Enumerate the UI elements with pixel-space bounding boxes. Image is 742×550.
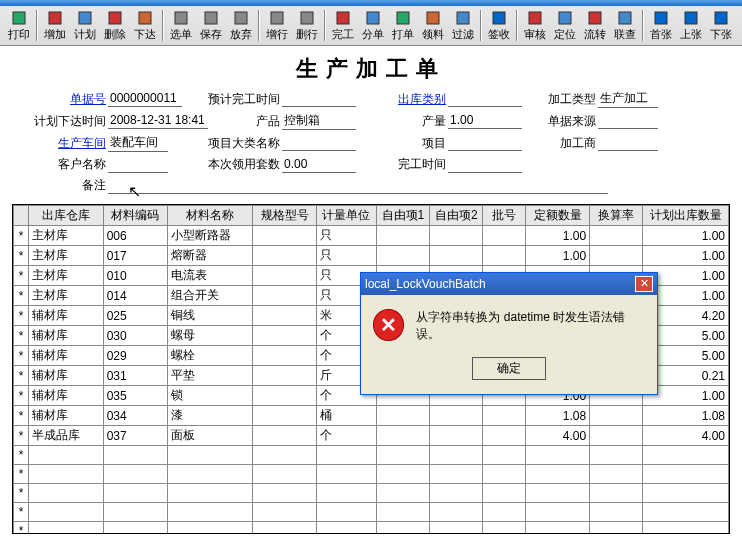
svg-rect-22	[715, 12, 727, 24]
toolbar-完工[interactable]: 完工	[328, 8, 358, 43]
close-icon[interactable]: ✕	[635, 276, 653, 292]
doc-title: 生产加工单	[30, 54, 712, 84]
field-bz[interactable]	[108, 178, 608, 194]
col-header[interactable]: 计划出库数量	[643, 206, 729, 226]
toolbar-增加[interactable]: 增加	[40, 8, 70, 43]
toolbar-分单[interactable]: 分单	[358, 8, 388, 43]
svg-rect-20	[655, 12, 667, 24]
toolbar-联查[interactable]: 联查	[610, 8, 640, 43]
table-row[interactable]: *	[14, 446, 729, 465]
svg-rect-1	[49, 12, 61, 24]
svg-rect-9	[301, 12, 313, 24]
label-cl: 产量	[368, 113, 448, 130]
field-jhxd[interactable]: 2008-12-31 18:41	[108, 113, 208, 129]
col-header[interactable]: 换算率	[590, 206, 643, 226]
dialog-message: 从字符串转换为 datetime 时发生语法错误。	[416, 309, 645, 343]
toolbar-下达[interactable]: 下达	[130, 8, 160, 43]
table-row[interactable]: *主材库017熔断器只1.001.00	[14, 246, 729, 266]
field-xmdl[interactable]	[282, 135, 356, 151]
field-cl[interactable]: 1.00	[448, 113, 522, 129]
toolbar-删除[interactable]: 删除	[100, 8, 130, 43]
col-header[interactable]: 自由项2	[430, 206, 483, 226]
svg-rect-2	[79, 12, 91, 24]
label-jgs: 加工商	[534, 135, 598, 152]
svg-rect-10	[337, 12, 349, 24]
toolbar-下张[interactable]: 下张	[706, 8, 736, 43]
field-jglx[interactable]: 生产加工	[598, 90, 658, 108]
toolbar-定位[interactable]: 定位	[550, 8, 580, 43]
svg-rect-3	[109, 12, 121, 24]
svg-rect-15	[493, 12, 505, 24]
toolbar-过滤[interactable]: 过滤	[448, 8, 478, 43]
toolbar-增行[interactable]: 增行	[262, 8, 292, 43]
toolbar-打单[interactable]: 打单	[388, 8, 418, 43]
toolbar-放弃[interactable]: 放弃	[226, 8, 256, 43]
error-dialog: local_LockVouchBatch ✕ ✕ 从字符串转换为 datetim…	[360, 272, 658, 395]
svg-rect-16	[529, 12, 541, 24]
dialog-title: local_LockVouchBatch	[365, 277, 486, 291]
field-khmc[interactable]	[108, 157, 168, 173]
table-row[interactable]: *主材库006小型断路器只1.001.00	[14, 226, 729, 246]
svg-rect-18	[589, 12, 601, 24]
field-djly[interactable]	[598, 113, 658, 129]
label-yjwg: 预计完工时间	[194, 91, 282, 108]
toolbar-选单[interactable]: 选单	[166, 8, 196, 43]
toolbar-删行[interactable]: 删行	[292, 8, 322, 43]
field-yjwg[interactable]	[282, 91, 356, 107]
col-header[interactable]: 计量单位	[317, 206, 377, 226]
col-header[interactable]: 材料编码	[103, 206, 167, 226]
toolbar-保存[interactable]: 保存	[196, 8, 226, 43]
svg-rect-12	[397, 12, 409, 24]
svg-rect-5	[175, 12, 187, 24]
table-row[interactable]: *辅材库034漆桶1.081.08	[14, 406, 729, 426]
col-header[interactable]: 规格型号	[253, 206, 317, 226]
label-sccj[interactable]: 生产车间	[30, 135, 108, 152]
svg-rect-21	[685, 12, 697, 24]
ok-button[interactable]: 确定	[472, 357, 546, 380]
toolbar: 打印增加计划删除下达选单保存放弃增行删行完工分单打单领料过滤签收审核定位流转联查…	[0, 6, 742, 46]
error-icon: ✕	[373, 309, 404, 341]
svg-rect-6	[205, 12, 217, 24]
toolbar-审核[interactable]: 审核	[520, 8, 550, 43]
col-header[interactable]: 批号	[483, 206, 526, 226]
toolbar-上张[interactable]: 上张	[676, 8, 706, 43]
field-cklb[interactable]	[448, 91, 522, 107]
table-row[interactable]: *	[14, 503, 729, 522]
svg-rect-11	[367, 12, 379, 24]
label-danjuhao[interactable]: 单据号	[30, 91, 108, 108]
col-header[interactable]: 出库仓库	[28, 206, 103, 226]
svg-rect-19	[619, 12, 631, 24]
toolbar-流转[interactable]: 流转	[580, 8, 610, 43]
field-danjuhao[interactable]: 0000000011	[108, 91, 182, 107]
field-cp[interactable]: 控制箱	[282, 112, 356, 130]
toolbar-打印[interactable]: 打印	[4, 8, 34, 43]
col-header[interactable]: 定额数量	[526, 206, 590, 226]
field-wgsj[interactable]	[448, 157, 522, 173]
table-row[interactable]: *	[14, 465, 729, 484]
table-row[interactable]: *	[14, 522, 729, 535]
col-header[interactable]: 自由项1	[376, 206, 429, 226]
label-djly: 单据来源	[534, 113, 598, 130]
toolbar-领料[interactable]: 领料	[418, 8, 448, 43]
svg-rect-17	[559, 12, 571, 24]
toolbar-签收[interactable]: 签收	[484, 8, 514, 43]
svg-rect-0	[13, 12, 25, 24]
label-cp: 产品	[220, 113, 282, 130]
field-sccj[interactable]: 装配车间	[108, 134, 168, 152]
col-header[interactable]	[14, 206, 29, 226]
field-xm[interactable]	[448, 135, 522, 151]
svg-rect-13	[427, 12, 439, 24]
field-jgs[interactable]	[598, 135, 658, 151]
col-header[interactable]: 材料名称	[167, 206, 252, 226]
label-xmdl: 项目大类名称	[180, 135, 282, 152]
label-jhxd: 计划下达时间	[30, 113, 108, 130]
label-bcly: 本次领用套数	[180, 156, 282, 173]
table-row[interactable]: *	[14, 484, 729, 503]
toolbar-首张[interactable]: 首张	[646, 8, 676, 43]
label-khmc: 客户名称	[30, 156, 108, 173]
field-bcly[interactable]: 0.00	[282, 157, 356, 173]
toolbar-计划[interactable]: 计划	[70, 8, 100, 43]
label-cklb[interactable]: 出库类别	[368, 91, 448, 108]
svg-rect-8	[271, 12, 283, 24]
table-row[interactable]: *半成品库037面板个4.004.00	[14, 426, 729, 446]
